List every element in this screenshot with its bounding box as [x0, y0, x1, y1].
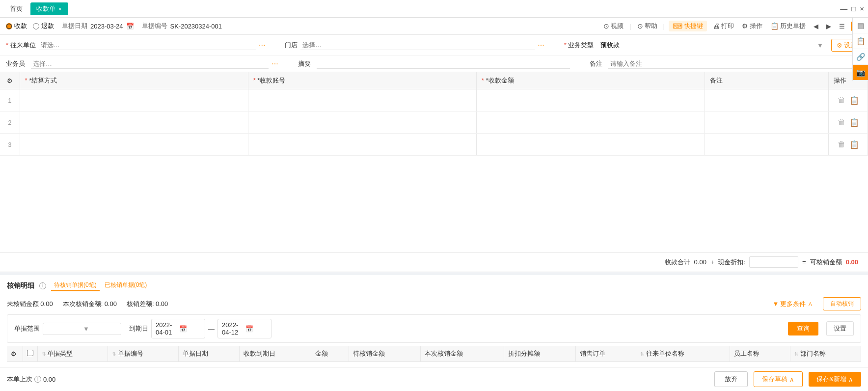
counterparty-req: *	[6, 41, 10, 49]
summary-input[interactable]	[317, 59, 570, 69]
receipt-radio-input[interactable]	[6, 23, 12, 29]
calendar-icon[interactable]: 📅	[126, 23, 134, 30]
footer-info: 本单上次 i 0.00	[7, 375, 55, 384]
right-panel-doc-icon[interactable]: 📋	[853, 33, 868, 49]
right-panel-link-icon[interactable]: 🔗	[853, 49, 868, 65]
doc-range-field: 单据范围 ▼	[14, 323, 121, 335]
amount-cell-2[interactable]	[476, 112, 705, 134]
footer-info-icon[interactable]: i	[34, 376, 41, 383]
doc-range-label: 单据范围	[14, 324, 40, 333]
bth-pending-amount: 待核销金额	[349, 346, 420, 362]
refund-radio[interactable]: 退款	[33, 22, 54, 30]
doc-range-chevron: ▼	[83, 325, 117, 333]
nav-next[interactable]: ▶	[824, 22, 833, 31]
discount-input[interactable]	[749, 256, 798, 268]
select-all-checkbox[interactable]	[27, 350, 33, 356]
doc-date-field: 单据日期 2023-03-24 📅	[62, 22, 134, 30]
shop-input[interactable]	[300, 40, 535, 50]
nav-prev[interactable]: ◀	[812, 22, 820, 31]
print-label: 打印	[721, 22, 734, 30]
bth-checkbox[interactable]	[23, 346, 37, 362]
remark-cell-3[interactable]	[705, 134, 828, 156]
remark-input[interactable]	[608, 59, 862, 69]
due-date-to-value: 2022-04-12	[222, 321, 244, 336]
amount-cell-1[interactable]	[476, 89, 705, 112]
this-time-value: 0.00	[105, 300, 117, 307]
gear-icon: ⚙	[7, 77, 13, 84]
refund-radio-input[interactable]	[33, 23, 39, 29]
verif-title: 核销明细	[7, 281, 34, 290]
counterparty-more-btn[interactable]: ···	[259, 41, 265, 50]
abandon-btn[interactable]: 放弃	[714, 371, 748, 387]
operations-action[interactable]: ⚙ 操作	[740, 21, 764, 31]
shop-more-btn[interactable]: ···	[538, 41, 544, 50]
receipt-table-section: ⚙ * *结算方式 * *收款账号 * *收款金额 备注 操作	[0, 72, 868, 252]
bth-gear[interactable]: ⚙	[7, 346, 23, 362]
remark-cell-1[interactable]	[705, 89, 828, 112]
counterparty-input[interactable]	[39, 40, 256, 50]
due-date-from[interactable]: 2022-04-01 📅	[151, 319, 205, 338]
save-new-btn[interactable]: 保存&新增 ∧	[809, 372, 861, 387]
row-num-1: 1	[0, 89, 20, 112]
account-cell-1[interactable]	[248, 89, 476, 112]
shortcut-action[interactable]: ⌨ 快捷键	[669, 21, 707, 31]
amount-cell-3[interactable]	[476, 134, 705, 156]
minimize-icon[interactable]: —	[840, 4, 847, 13]
list-icon: ☰	[839, 23, 845, 30]
copy-row-1-icon[interactable]: 📋	[849, 96, 859, 105]
due-date-to[interactable]: 2022-04-12 📅	[217, 319, 271, 338]
bottom-table: ⚙ ⇅ 单据类型 ⇅ 单据编号 单据日期 收款到期日 金额 待核销金额 本次核销…	[7, 346, 861, 362]
verif-tab-cleared[interactable]: 已核销单据(0笔)	[102, 280, 150, 291]
maximize-icon[interactable]: □	[851, 4, 856, 13]
bth-staff: 员工名称	[730, 346, 790, 362]
settlement-cell-2[interactable]	[20, 112, 248, 134]
save-new-label: 保存&新增	[816, 375, 846, 384]
bottom-footer: 本单上次 i 0.00 放弃 保存草稿 ∧ 保存&新增 ∧	[0, 367, 868, 391]
copy-row-3-icon[interactable]: 📋	[849, 140, 859, 149]
receipt-radio[interactable]: 收款	[6, 22, 27, 30]
biz-type-arrow[interactable]: ▼	[817, 42, 823, 49]
due-date-from-value: 2022-04-01	[156, 321, 177, 336]
auto-offset-btn[interactable]: 自动核销	[823, 297, 861, 310]
list-view[interactable]: ☰	[837, 22, 847, 31]
settlement-cell-3[interactable]	[20, 134, 248, 156]
settings-gear-icon: ⚙	[837, 42, 842, 49]
verif-tab-pending[interactable]: 待核销单据(0笔)	[51, 280, 100, 291]
receipt-type-radio-group: 收款 退款	[6, 22, 54, 30]
video-icon: ⊙	[603, 22, 609, 30]
doc-range-select[interactable]: ▼	[43, 323, 121, 335]
th-receipt-amount: * *收款金额	[476, 72, 705, 89]
copy-row-2-icon[interactable]: 📋	[849, 118, 859, 127]
staff-input[interactable]	[31, 59, 269, 69]
remark-cell-2[interactable]	[705, 112, 828, 134]
this-session-label: 本单上次	[7, 375, 32, 384]
close-window-icon[interactable]: ×	[860, 4, 864, 13]
shop-label: 门店	[285, 41, 298, 50]
filter-settings-btn[interactable]: 设置	[826, 321, 854, 336]
th-remark: 备注	[705, 72, 828, 89]
receipt-tab[interactable]: 收款单 ×	[30, 2, 68, 15]
video-action[interactable]: ⊙ 视频	[601, 21, 625, 31]
right-panel-camera-icon[interactable]: 📷	[853, 65, 868, 81]
staff-more-btn[interactable]: ···	[271, 59, 278, 68]
receipt-tab-close[interactable]: ×	[58, 6, 61, 12]
history-action[interactable]: 📋 历史单据	[768, 21, 808, 31]
history-label: 历史单据	[780, 22, 806, 30]
delete-row-3-icon[interactable]: 🗑	[838, 140, 845, 149]
query-btn[interactable]: 查询	[788, 322, 818, 335]
account-cell-3[interactable]	[248, 134, 476, 156]
account-cell-2[interactable]	[248, 112, 476, 134]
delete-row-2-icon[interactable]: 🗑	[838, 118, 845, 127]
settlement-cell-1[interactable]	[20, 89, 248, 112]
top-nav: 首页 收款单 × — □ ×	[0, 0, 868, 18]
delete-row-1-icon[interactable]: 🗑	[838, 96, 845, 105]
help-action[interactable]: ⊙ 帮助	[635, 21, 659, 31]
save-draft-btn[interactable]: 保存草稿 ∧	[754, 371, 803, 387]
home-tab[interactable]: 首页	[4, 2, 28, 15]
print-action[interactable]: 🖨 打印	[711, 21, 736, 31]
th-gear[interactable]: ⚙	[0, 72, 20, 89]
verif-info-icon[interactable]: i	[39, 282, 46, 289]
table-header-row: ⚙ * *结算方式 * *收款账号 * *收款金额 备注 操作	[0, 72, 868, 89]
more-conditions-btn[interactable]: ▼ 更多条件 ∧	[773, 300, 814, 308]
right-panel-table-icon[interactable]: ▤	[853, 18, 868, 33]
